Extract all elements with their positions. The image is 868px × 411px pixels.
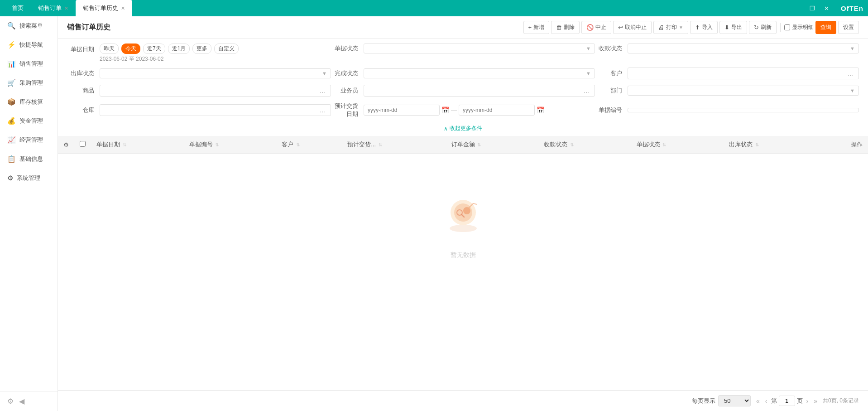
sidebar-item-base-info[interactable]: 📋 基础信息 bbox=[0, 150, 58, 169]
pill-yesterday[interactable]: 昨天 bbox=[100, 44, 119, 54]
settings-label: 设置 bbox=[843, 24, 854, 31]
tab-sales-history[interactable]: 销售订单历史 ✕ bbox=[76, 0, 132, 16]
first-page-button[interactable]: « bbox=[754, 396, 762, 406]
sidebar-item-sales-mgmt[interactable]: 📊 销售管理 bbox=[0, 54, 58, 73]
col-date-label: 单据日期 bbox=[96, 141, 120, 148]
col-billno-sort-icon[interactable]: ⇅ bbox=[215, 142, 219, 147]
bottom-settings-icon[interactable]: ⚙ bbox=[7, 397, 14, 406]
col-date: 单据日期 ⇅ bbox=[91, 136, 184, 154]
sidebar-item-quick-nav[interactable]: ⚡ 快捷导航 bbox=[0, 35, 58, 54]
display-detail-label[interactable]: 显示明细 bbox=[792, 24, 814, 31]
col-amount-label: 订单金额 bbox=[451, 141, 475, 148]
pill-today[interactable]: 今天 bbox=[121, 44, 140, 54]
table-config-icon[interactable]: ⚙ bbox=[63, 141, 69, 148]
dept-select[interactable]: ▼ bbox=[628, 86, 859, 96]
sidebar-item-purchase-mgmt[interactable]: 🛒 采购管理 bbox=[0, 73, 58, 92]
col-customer-sort-icon[interactable]: ⇅ bbox=[296, 142, 300, 147]
sidebar-item-inventory[interactable]: 📦 库存核算 bbox=[0, 92, 58, 111]
quick-nav-icon: ⚡ bbox=[7, 41, 16, 49]
tab-sales-order-close[interactable]: ✕ bbox=[64, 5, 68, 11]
collapse-button[interactable]: ∧ 收起更多条件 bbox=[444, 125, 482, 132]
goods-dots-icon[interactable]: ... bbox=[318, 87, 327, 94]
delivery-separator: — bbox=[451, 107, 457, 114]
settings-button[interactable]: 设置 bbox=[838, 21, 859, 34]
table-area: ⚙ 单据日期 ⇅ 单据编号 ⇅ bbox=[58, 136, 868, 390]
col-receipt-status-sort-icon[interactable]: ⇅ bbox=[570, 142, 574, 147]
customer-input[interactable]: ... bbox=[628, 68, 859, 79]
col-amount-sort-icon[interactable]: ⇅ bbox=[477, 142, 481, 147]
sidebar-item-search-menu[interactable]: 🔍 搜索菜单 bbox=[0, 16, 58, 35]
delivery-date-range: 📅 — 📅 bbox=[364, 105, 595, 116]
delete-button[interactable]: 🗑 删除 bbox=[551, 21, 580, 34]
sidebar-item-operations[interactable]: 📈 经营管理 bbox=[0, 131, 58, 150]
col-delivery-sort-icon[interactable]: ⇅ bbox=[379, 142, 382, 147]
date-pills-container: 昨天 今天 近7天 近1月 更多 自定义 2023-06-02 至 2023-0… bbox=[100, 44, 239, 63]
prev-page-button[interactable]: ‹ bbox=[763, 396, 769, 406]
stop-button[interactable]: 🚫 中止 bbox=[581, 21, 611, 34]
page-number-input[interactable] bbox=[779, 396, 795, 406]
export-label: 导出 bbox=[731, 24, 742, 31]
col-bill-status-sort-icon[interactable]: ⇅ bbox=[662, 142, 666, 147]
delivery-start-calendar-icon[interactable]: 📅 bbox=[441, 106, 449, 114]
salesman-dots-icon[interactable]: ... bbox=[582, 87, 591, 94]
per-page-select[interactable]: 20 50 100 200 bbox=[718, 395, 751, 406]
sidebar-item-label: 采购管理 bbox=[19, 79, 43, 87]
bottom-collapse-icon[interactable]: ◀ bbox=[19, 397, 24, 406]
col-stock-status-sort-icon[interactable]: ⇅ bbox=[755, 142, 759, 147]
delivery-end-calendar-icon[interactable]: 📅 bbox=[537, 106, 544, 114]
select-all-checkbox[interactable] bbox=[80, 141, 86, 147]
pill-last7[interactable]: 近7天 bbox=[143, 44, 165, 54]
bill-status-select[interactable]: ▼ bbox=[364, 44, 595, 53]
filter-delivery-date: 预计交货日期 📅 — 📅 bbox=[331, 102, 595, 118]
warehouse-dots-icon[interactable]: ... bbox=[318, 106, 327, 114]
delivery-start-input[interactable] bbox=[364, 105, 440, 116]
pill-custom[interactable]: 自定义 bbox=[214, 44, 239, 54]
customer-label: 客户 bbox=[595, 69, 628, 77]
next-page-button[interactable]: › bbox=[805, 396, 810, 406]
new-button[interactable]: + 新增 bbox=[523, 21, 550, 34]
bill-status-arrow-icon: ▼ bbox=[586, 46, 591, 51]
billno-filter-label: 单据编号 bbox=[595, 106, 628, 114]
window-restore-icon[interactable]: ❐ bbox=[807, 4, 818, 13]
goods-input[interactable]: ... bbox=[100, 85, 331, 97]
stockout-select[interactable]: ▼ bbox=[100, 68, 331, 78]
billno-input[interactable] bbox=[628, 108, 859, 112]
cancel-stop-label: 取消中止 bbox=[625, 24, 647, 31]
tab-sales-history-close[interactable]: ✕ bbox=[121, 5, 125, 11]
col-date-sort-icon[interactable]: ⇅ bbox=[123, 142, 126, 147]
pill-last1m[interactable]: 近1月 bbox=[168, 44, 190, 54]
receipt-status-select[interactable]: ▼ bbox=[628, 44, 859, 53]
customer-dots-icon[interactable]: ... bbox=[846, 70, 855, 77]
print-button[interactable]: 🖨 打印 ▼ bbox=[653, 21, 688, 34]
stop-icon: 🚫 bbox=[586, 24, 594, 31]
pill-more[interactable]: 更多 bbox=[192, 44, 211, 54]
col-bill-status-label: 单据状态 bbox=[637, 141, 660, 148]
query-button[interactable]: 查询 bbox=[815, 21, 836, 34]
warehouse-input[interactable]: ... bbox=[100, 104, 331, 116]
refresh-button[interactable]: ↻ 刷新 bbox=[749, 21, 777, 34]
sidebar-item-label: 快捷导航 bbox=[19, 41, 43, 49]
delivery-end-input[interactable] bbox=[459, 105, 535, 116]
sidebar-item-finance[interactable]: 💰 资金管理 bbox=[0, 111, 58, 131]
sidebar-item-label: 系统管理 bbox=[17, 174, 40, 182]
tab-home[interactable]: 首页 bbox=[5, 0, 31, 16]
sidebar-item-sys-mgmt[interactable]: ⚙ 系统管理 bbox=[0, 169, 58, 188]
table-body: 暂无数据 bbox=[58, 154, 868, 296]
new-label: 新增 bbox=[533, 24, 544, 31]
cancel-stop-button[interactable]: ↩ 取消中止 bbox=[613, 21, 652, 34]
import-button[interactable]: ⬆ 导入 bbox=[690, 21, 718, 34]
table-check-col[interactable] bbox=[74, 136, 91, 154]
purchase-mgmt-icon: 🛒 bbox=[7, 79, 16, 87]
filter-stockout: 出库状态 ▼ bbox=[67, 68, 331, 78]
last-page-button[interactable]: » bbox=[812, 396, 819, 406]
display-detail-checkbox[interactable] bbox=[784, 24, 790, 30]
table-config-col[interactable]: ⚙ bbox=[58, 136, 74, 154]
salesman-input[interactable]: ... bbox=[364, 85, 595, 97]
complete-select[interactable]: ▼ bbox=[364, 68, 595, 78]
sidebar-item-label: 销售管理 bbox=[19, 60, 43, 68]
window-close-icon[interactable]: ✕ bbox=[821, 4, 832, 13]
filter-goods: 商品 ... bbox=[67, 85, 331, 97]
export-button[interactable]: ⬇ 导出 bbox=[719, 21, 747, 34]
tab-sales-order[interactable]: 销售订单 ✕ bbox=[31, 0, 76, 16]
page-header: 销售订单历史 + 新增 🗑 删除 🚫 中止 ↩ 取消中止 bbox=[58, 16, 868, 39]
